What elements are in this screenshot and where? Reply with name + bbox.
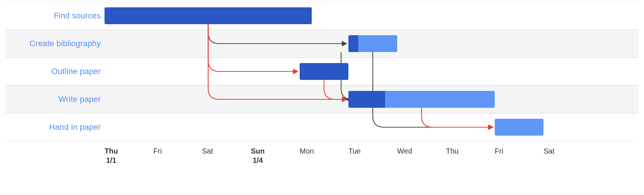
task-label: Find sources	[6, 2, 108, 29]
time-axis-tick: Sat	[544, 147, 555, 156]
task-label: Outline paper	[6, 58, 108, 85]
time-axis-tick: Thu	[446, 147, 458, 156]
gantt-chart: Find sources Create bibliography Outline…	[0, 0, 644, 195]
gantt-bar-progress	[105, 7, 312, 24]
gantt-bar[interactable]	[348, 91, 495, 108]
time-axis-tick: Sat	[202, 147, 213, 156]
gantt-row: Hand in paper	[6, 113, 638, 141]
time-axis-tick: Tue	[348, 147, 361, 156]
time-axis-tick: Mon	[300, 147, 314, 156]
gantt-bar[interactable]	[495, 119, 544, 136]
gantt-bar-progress	[348, 91, 385, 108]
gantt-row: Find sources	[6, 2, 638, 30]
time-axis-tick: Fri	[495, 147, 503, 156]
gantt-row: Write paper	[6, 85, 638, 113]
gantt-bar-progress	[348, 35, 358, 52]
gantt-bar[interactable]	[105, 7, 312, 24]
gantt-bar-progress	[300, 63, 348, 80]
task-label: Hand in paper	[6, 114, 108, 141]
time-axis-tick: Thu 1/1	[105, 147, 118, 165]
task-label: Create bibliography	[6, 30, 108, 57]
gantt-bar[interactable]	[300, 63, 348, 80]
time-axis-tick: Sun 1/4	[251, 147, 265, 165]
gantt-bar[interactable]	[348, 35, 397, 52]
task-label: Write paper	[6, 86, 108, 113]
time-axis-tick: Wed	[397, 147, 412, 156]
time-axis-tick: Fri	[153, 147, 162, 156]
gantt-row: Create bibliography	[6, 30, 638, 58]
